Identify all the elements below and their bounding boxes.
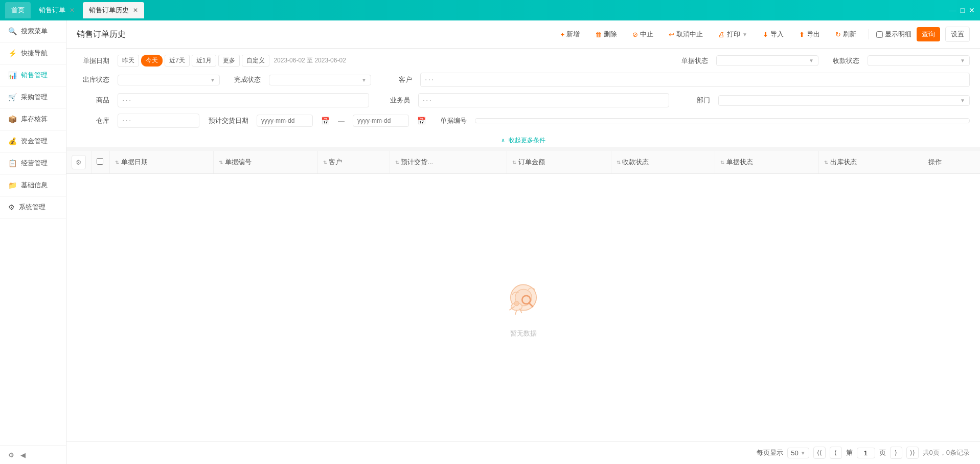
tab-sales-order-close[interactable]: ✕ bbox=[70, 7, 75, 14]
date-btn-last7[interactable]: 近7天 bbox=[165, 55, 190, 67]
th-customer: ⇅ 客户 bbox=[317, 151, 390, 174]
sidebar-item-inventory-label: 库存核算 bbox=[21, 115, 48, 124]
delivery-date-end[interactable] bbox=[353, 115, 409, 127]
order-no-input[interactable] bbox=[475, 118, 970, 123]
sidebar-item-system-mgmt[interactable]: ⚙ 系统管理 bbox=[0, 196, 66, 218]
new-icon: + bbox=[561, 31, 565, 38]
sidebar-item-finance[interactable]: 💰 资金管理 bbox=[0, 130, 66, 152]
prev-page-button[interactable]: ⟨ bbox=[830, 447, 842, 459]
sidebar-item-basic-info-label: 基础信息 bbox=[21, 181, 48, 190]
stop-button[interactable]: ⊘ 中止 bbox=[627, 27, 658, 41]
page-size-select[interactable]: 50 ▼ bbox=[787, 448, 809, 458]
outbound-select-arrow: ▼ bbox=[210, 77, 215, 83]
date-btn-today[interactable]: 今天 bbox=[141, 55, 163, 67]
minimize-icon[interactable]: — bbox=[949, 6, 956, 14]
new-button[interactable]: + 新增 bbox=[556, 27, 585, 41]
delete-icon: 🗑 bbox=[595, 31, 602, 38]
page-header: 销售订单历史 + 新增 🗑 删除 ⊘ 中止 ↩ bbox=[66, 20, 980, 49]
cal-icon-end[interactable]: 📅 bbox=[417, 117, 426, 125]
close-icon[interactable]: ✕ bbox=[969, 6, 975, 14]
settings-bottom-icon[interactable]: ⚙ bbox=[8, 451, 14, 459]
last-page-button[interactable]: ⟩⟩ bbox=[906, 447, 919, 459]
svg-point-8 bbox=[514, 301, 519, 306]
export-icon: ⬆ bbox=[799, 31, 805, 38]
sidebar-item-search-menu-label: 搜索菜单 bbox=[21, 27, 48, 36]
cal-icon-start[interactable]: 📅 bbox=[321, 117, 330, 125]
th-date: ⇅ 单据日期 bbox=[110, 151, 214, 174]
th-amount: ⇅ 订单金额 bbox=[507, 151, 611, 174]
next-page-button[interactable]: ⟩ bbox=[890, 447, 902, 459]
sidebar: 🔍 搜索菜单 ⚡ 快捷导航 📊 销售管理 🛒 采购管理 📦 库存核算 💰 资金管… bbox=[0, 20, 66, 464]
status-label: 单据状态 bbox=[675, 56, 708, 65]
refresh-button[interactable]: ↻ 刷新 bbox=[830, 27, 861, 41]
status-select[interactable]: ▼ bbox=[716, 55, 818, 66]
table-config-button[interactable]: ⚙ bbox=[72, 155, 86, 169]
display-toggle-label: 显示明细 bbox=[885, 30, 911, 39]
customer-input[interactable]: ··· bbox=[420, 73, 970, 87]
warehouse-input[interactable]: ··· bbox=[118, 114, 199, 128]
page-input[interactable] bbox=[857, 448, 875, 458]
print-button[interactable]: 🖨 打印 ▼ bbox=[713, 27, 753, 41]
date-btn-last1m[interactable]: 近1月 bbox=[192, 55, 217, 67]
complete-select[interactable]: ▼ bbox=[269, 75, 371, 85]
sidebar-item-search-menu[interactable]: 🔍 搜索菜单 bbox=[0, 20, 66, 42]
sort-icon-outbound: ⇅ bbox=[824, 160, 828, 165]
sidebar-item-purchase-mgmt[interactable]: 🛒 采购管理 bbox=[0, 86, 66, 108]
sort-icon-customer: ⇅ bbox=[323, 160, 327, 165]
goods-input[interactable]: ··· bbox=[118, 93, 369, 107]
tab-sales-history[interactable]: 销售订单历史 ✕ bbox=[83, 2, 144, 18]
page-size-arrow: ▼ bbox=[801, 450, 806, 456]
import-button[interactable]: ⬇ 导入 bbox=[758, 27, 789, 41]
basic-info-icon: 📁 bbox=[8, 181, 17, 189]
page-size-label: 每页显示 bbox=[757, 448, 783, 457]
warehouse-label: 仓库 bbox=[77, 116, 109, 125]
sort-icon-delivery: ⇅ bbox=[395, 160, 399, 165]
tab-sales-history-close[interactable]: ✕ bbox=[133, 7, 138, 14]
date-btn-yesterday[interactable]: 昨天 bbox=[118, 55, 139, 67]
date-btn-custom[interactable]: 自定义 bbox=[242, 55, 269, 67]
page-title: 销售订单历史 bbox=[77, 29, 126, 40]
sidebar-item-sales-mgmt[interactable]: 📊 销售管理 bbox=[0, 64, 66, 86]
query-button[interactable]: 查询 bbox=[917, 27, 940, 41]
first-page-button[interactable]: ⟨⟨ bbox=[813, 447, 826, 459]
tab-sales-order[interactable]: 销售订单 ✕ bbox=[33, 2, 81, 18]
sidebar-item-purchase-mgmt-label: 采购管理 bbox=[21, 93, 48, 102]
customer-dots: ··· bbox=[425, 75, 435, 84]
date-filter-control: 昨天 今天 近7天 近1月 更多 自定义 2023-06-02 至 2023-0… bbox=[118, 55, 667, 67]
collapse-row[interactable]: ∧ 收起更多条件 bbox=[77, 134, 970, 147]
outbound-label: 出库状态 bbox=[77, 75, 109, 84]
sidebar-item-quick-nav-label: 快捷导航 bbox=[21, 49, 48, 58]
display-toggle-checkbox[interactable] bbox=[876, 31, 883, 38]
filter-section: 单据日期 昨天 今天 近7天 近1月 更多 自定义 2023-06-02 至 2… bbox=[66, 49, 980, 147]
sort-icon-date: ⇅ bbox=[115, 160, 119, 165]
collapse-sidebar-icon[interactable]: ◀ bbox=[20, 451, 26, 459]
delete-button[interactable]: 🗑 删除 bbox=[590, 27, 622, 41]
dept-select[interactable]: ▼ bbox=[718, 95, 970, 106]
tab-home[interactable]: 首页 bbox=[5, 2, 31, 18]
sidebar-item-basic-info[interactable]: 📁 基础信息 bbox=[0, 174, 66, 196]
sidebar-item-quick-nav[interactable]: ⚡ 快捷导航 bbox=[0, 42, 66, 64]
date-btn-more[interactable]: 更多 bbox=[218, 55, 240, 67]
sort-icon-no: ⇅ bbox=[219, 160, 223, 165]
page-size-value: 50 bbox=[791, 449, 798, 457]
salesperson-input[interactable]: ··· bbox=[418, 93, 670, 107]
delivery-label: 预计交货日期 bbox=[208, 116, 248, 125]
date-range: 2023-06-02 至 2023-06-02 bbox=[274, 56, 346, 65]
sidebar-item-inventory[interactable]: 📦 库存核算 bbox=[0, 108, 66, 130]
receipt-select[interactable]: ▼ bbox=[868, 55, 970, 66]
settings-button[interactable]: 设置 bbox=[945, 27, 970, 42]
export-button[interactable]: ⬆ 导出 bbox=[794, 27, 825, 41]
dept-select-arrow: ▼ bbox=[960, 98, 965, 103]
select-all-checkbox[interactable] bbox=[97, 158, 103, 165]
cancel-stop-button[interactable]: ↩ 取消中止 bbox=[664, 27, 708, 41]
maximize-icon[interactable]: □ bbox=[961, 6, 965, 14]
collapse-label: 收起更多条件 bbox=[509, 137, 545, 144]
th-delivery: ⇅ 预计交货... bbox=[390, 151, 507, 174]
dept-label: 部门 bbox=[677, 96, 710, 105]
outbound-select[interactable]: ▼ bbox=[118, 75, 220, 85]
delivery-date-start[interactable] bbox=[257, 115, 313, 127]
display-toggle[interactable]: 显示明细 bbox=[876, 30, 911, 39]
svg-line-6 bbox=[515, 311, 516, 315]
content-area: 销售订单历史 + 新增 🗑 删除 ⊘ 中止 ↩ bbox=[66, 20, 980, 464]
sidebar-item-operations[interactable]: 📋 经营管理 bbox=[0, 152, 66, 174]
